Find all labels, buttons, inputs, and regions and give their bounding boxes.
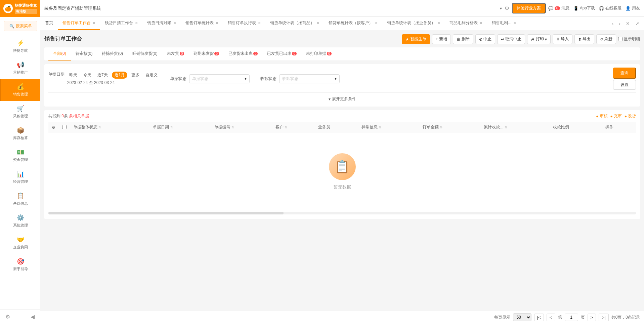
sort-collected-icon[interactable]: ⇅ — [505, 125, 507, 129]
tab-home[interactable]: 首页 — [40, 17, 58, 30]
tab-close-cash-reconcile[interactable]: ✕ — [173, 21, 176, 25]
date-btn-more[interactable]: 更多 — [129, 72, 141, 79]
smart-create-button[interactable]: ★ 智能生单 — [402, 34, 430, 44]
refresh-button[interactable]: ↻ 刷新 — [596, 34, 616, 44]
date-btn-1month[interactable]: 近1月 — [112, 72, 128, 79]
status-select[interactable]: 单据状态 ▾ — [189, 74, 250, 83]
add-button[interactable]: + 新增 — [432, 34, 451, 44]
subtab-shipped-not-out[interactable]: 已发货未出库0 — [224, 47, 263, 60]
sidebar-item-operations[interactable]: 📊 经营管理 — [0, 166, 40, 188]
query-button[interactable]: 查询 — [613, 68, 636, 79]
set-button[interactable]: 设置 — [613, 80, 636, 90]
tab-margin-analysis[interactable]: 商品毛利分析表 ✕ — [445, 17, 487, 30]
tab-close-summary-customer[interactable]: ✕ — [375, 21, 378, 25]
sort-exception-icon[interactable]: ⇅ — [379, 125, 381, 129]
subtab-not-shipped[interactable]: 未发货0 — [162, 47, 189, 60]
tab-close-summary-staff[interactable]: ✕ — [437, 21, 440, 25]
subtab-not-printed[interactable]: 未打印单据0 — [301, 47, 336, 60]
sidebar-item-basic[interactable]: 📋 基础信息 — [0, 188, 40, 210]
sort-number-icon[interactable]: ⇅ — [231, 125, 234, 129]
system-dropdown[interactable]: ▾ — [500, 6, 502, 11]
subtab-pending-review[interactable]: 待审核(0) — [71, 47, 97, 60]
delete-button[interactable]: 🗑 删除 — [453, 34, 473, 44]
sidebar-item-system[interactable]: ⚙️ 系统管理 — [0, 210, 40, 232]
message-action[interactable]: 💬 6 消息 — [548, 5, 569, 11]
tab-sales-more[interactable]: 销售毛利... ✕ — [487, 17, 521, 30]
sidebar-item-finance[interactable]: 💵 资金管理 — [0, 145, 40, 166]
solution-button[interactable]: 体验行业方案 — [512, 3, 546, 13]
tab-close-margin[interactable]: ✕ — [480, 21, 482, 25]
sidebar-item-sales[interactable]: 💰 销售管理 — [0, 79, 40, 101]
suspend-button[interactable]: ⊘ 中止 — [475, 34, 495, 44]
sidebar-item-inventory[interactable]: 📦 库存核算 — [0, 123, 40, 145]
tab-close-sales-order[interactable]: ✕ — [93, 21, 95, 25]
th-amount: 订单金额 ⇅ — [419, 122, 480, 133]
settings-bottom-icon[interactable]: ⚙ — [3, 312, 13, 321]
user-action[interactable]: 👤 用友 — [626, 5, 640, 11]
show-detail-checkbox[interactable] — [618, 37, 622, 41]
date-btn-today[interactable]: 今天 — [81, 72, 93, 79]
tab-cash-reconcile[interactable]: 钱货日清对账 ✕ — [142, 17, 181, 30]
print-button[interactable]: 🖨 打印 ▾ — [527, 34, 551, 44]
cancel-suspend-button[interactable]: ↩ 取消中止 — [497, 34, 525, 44]
sort-amount-icon[interactable]: ⇅ — [440, 125, 442, 129]
scrollbar-thumb[interactable] — [48, 212, 284, 214]
sort-date-icon[interactable]: ⇅ — [170, 125, 173, 129]
cancel-review-action-btn[interactable]: ● 充审 — [610, 113, 622, 119]
sidebar-item-shortcut[interactable]: ⚡ 快捷导航 — [0, 35, 40, 57]
sidebar-item-enterprise[interactable]: 🤝 企业协同 — [0, 232, 40, 254]
app-download-action[interactable]: 📱 App下载 — [573, 5, 595, 11]
tab-sales-summary-staff[interactable]: 销货单统计表（按业务员） ✕ — [382, 17, 445, 30]
page-next-btn[interactable]: > — [588, 314, 596, 321]
subtab-expired[interactable]: 到期未发货0 — [189, 47, 224, 60]
sort-customer-icon[interactable]: ⇅ — [285, 125, 287, 129]
payment-select[interactable]: 收款状态 ▾ — [279, 74, 340, 83]
settings-icon[interactable]: ⚙ — [505, 5, 509, 11]
tab-close-sales-exec[interactable]: ✕ — [258, 21, 261, 25]
page-prev-btn[interactable]: < — [547, 314, 555, 321]
expand-more-btn[interactable]: ▾ 展开更多条件 — [48, 95, 636, 103]
date-btn-custom[interactable]: 自定义 — [143, 72, 160, 79]
message-badge: 6 — [555, 6, 560, 10]
export-button[interactable]: ⬆ 导出 — [574, 34, 594, 44]
sidebar-item-purchase[interactable]: 🛒 采购管理 — [0, 101, 40, 123]
ship-action-btn[interactable]: ● 发货 — [625, 113, 636, 119]
tabs-close-all-btn[interactable]: ✕ — [624, 19, 632, 28]
settings-column-icon[interactable]: ⚙ — [52, 125, 55, 130]
page-size-select[interactable]: 50 100 200 — [513, 313, 531, 321]
sort-status-icon[interactable]: ⇅ — [98, 125, 101, 129]
horizontal-scrollbar[interactable] — [48, 212, 636, 214]
tab-close-sales-stat[interactable]: ✕ — [216, 21, 218, 25]
show-detail-label[interactable]: 显示明细 — [618, 36, 640, 42]
subtab-shipped-out[interactable]: 已发货已出库0 — [262, 47, 301, 60]
page-input[interactable] — [565, 314, 578, 321]
tabs-maximize-btn[interactable]: ⤢ — [633, 19, 641, 28]
tab-close-cash-daily[interactable]: ✕ — [135, 21, 138, 25]
page-first-btn[interactable]: |< — [534, 314, 544, 321]
tab-sales-exec[interactable]: 销售订单执行表 ✕ — [223, 17, 265, 30]
tabs-prev-btn[interactable]: ‹ — [610, 19, 616, 28]
sidebar-item-marketing[interactable]: 📢 营销推广 — [0, 57, 40, 79]
collapse-icon[interactable]: ◀ — [28, 312, 37, 321]
date-btn-7days[interactable]: 近7天 — [95, 72, 110, 79]
subtab-wangpu[interactable]: 旺铺待发货(0) — [128, 47, 162, 60]
import-button[interactable]: ⬇ 导入 — [553, 34, 572, 44]
tab-sales-summary-product[interactable]: 销货单统计表（按商品） ✕ — [265, 17, 324, 30]
online-service-action[interactable]: 🎧 在线客服 — [599, 5, 621, 11]
tab-cash-daily[interactable]: 钱货日清工作台 ✕ — [100, 17, 142, 30]
sidebar-item-search[interactable]: 🔍 搜索菜单 — [0, 17, 40, 35]
search-btn[interactable]: 🔍 搜索菜单 — [4, 21, 37, 31]
tab-sales-stat[interactable]: 销售订单统计表 ✕ — [181, 17, 223, 30]
tab-close-summary-product[interactable]: ✕ — [316, 21, 319, 25]
review-action-btn[interactable]: ● 审核 — [596, 113, 607, 119]
tab-close-more[interactable]: ✕ — [513, 21, 516, 25]
page-last-btn[interactable]: >| — [599, 314, 608, 321]
tab-sales-order[interactable]: 销售订单工作台 ✕ — [58, 17, 100, 30]
tabs-next-btn[interactable]: › — [617, 19, 622, 28]
select-all-checkbox[interactable] — [62, 125, 67, 129]
sidebar-item-guide[interactable]: 🎯 新手引导 — [0, 254, 40, 276]
subtab-pending-check[interactable]: 待拣验货(0) — [97, 47, 128, 60]
date-btn-yesterday[interactable]: 昨天 — [67, 72, 79, 79]
subtab-all[interactable]: 全部(0) — [48, 47, 71, 60]
tab-sales-summary-customer[interactable]: 销货单统计表（按客户） ✕ — [324, 17, 382, 30]
